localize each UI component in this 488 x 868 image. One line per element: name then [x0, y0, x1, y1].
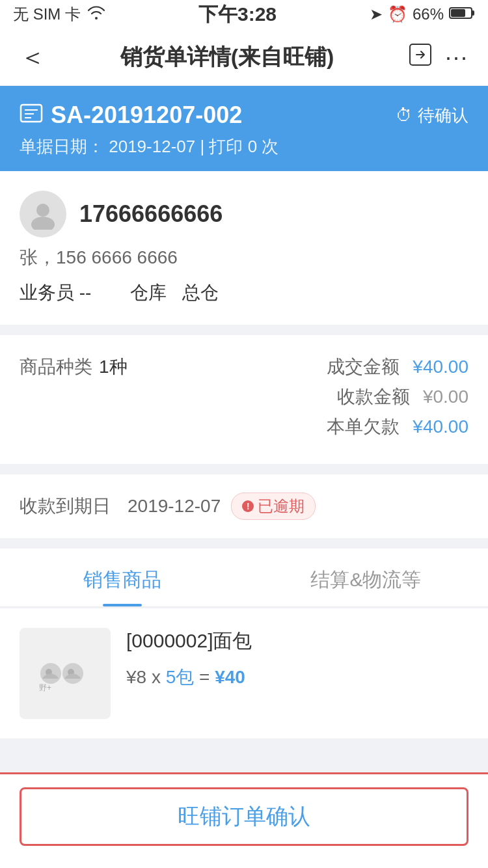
svg-point-9 — [31, 217, 55, 230]
order-header: SA-20191207-002 ⏱ 待确认 单据日期： 2019-12-07 |… — [0, 86, 488, 171]
confirm-button[interactable]: 旺铺订单确认 — [20, 787, 468, 846]
avatar — [20, 191, 66, 237]
product-name: [0000002]面包 — [126, 628, 468, 655]
product-types: 商品种类 1种 — [20, 355, 128, 379]
amounts: 成交金额 ¥40.00 收款金额 ¥0.00 本单欠款 ¥40.00 — [327, 355, 468, 444]
nav-left: ＜ — [20, 39, 46, 75]
svg-rect-2 — [451, 9, 465, 17]
carrier-text: 无 SIM 卡 — [13, 4, 81, 25]
alarm-icon: ⏰ — [388, 5, 407, 23]
battery-icon — [449, 5, 475, 23]
order-date-info: 单据日期： 2019-12-07 | 打印 0 次 — [20, 135, 468, 158]
product-price: ¥8 x 5包 = ¥40 — [126, 665, 468, 690]
svg-text:野+: 野+ — [39, 683, 51, 692]
confirm-button-wrap: 旺铺订单确认 — [0, 772, 488, 868]
status-left: 无 SIM 卡 — [13, 4, 105, 25]
due-date-value: 2019-12-07 — [128, 496, 221, 517]
nav-right: ··· — [409, 43, 468, 72]
due-date-section: 收款到期日 2019-12-07 ! 已逾期 — [0, 474, 488, 538]
nav-bar: ＜ 销货单详情(来自旺铺) ··· — [0, 29, 488, 86]
tabs-section: 销售商品 结算&物流等 — [0, 549, 488, 607]
warehouse-info: 仓库 总仓 — [130, 280, 218, 305]
battery-text: 66% — [413, 5, 444, 23]
location-icon: ➤ — [370, 5, 383, 23]
order-id: SA-20191207-002 — [20, 102, 242, 129]
order-status: ⏱ 待确认 — [396, 104, 468, 127]
status-bar: 无 SIM 卡 下午3:28 ➤ ⏰ 66% — [0, 0, 488, 29]
overdue-badge: ! 已逾期 — [231, 493, 316, 520]
product-item: 野+ [0000002]面包 ¥8 x 5包 = ¥40 — [0, 608, 488, 739]
tab-settlement-logistics[interactable]: 结算&物流等 — [244, 549, 488, 606]
customer-name: 张，156 6666 6666 — [20, 245, 468, 270]
page-title: 销货单详情(来自旺铺) — [120, 42, 334, 72]
customer-phone: 17666666666 — [79, 200, 223, 228]
status-right: ➤ ⏰ 66% — [370, 5, 475, 23]
svg-rect-1 — [472, 10, 474, 16]
tab-sales-products[interactable]: 销售商品 — [0, 549, 244, 606]
share-icon[interactable] — [409, 43, 432, 72]
more-icon[interactable]: ··· — [445, 44, 468, 71]
product-image: 野+ — [20, 628, 111, 719]
status-time: 下午3:28 — [198, 1, 277, 28]
svg-point-8 — [36, 204, 49, 217]
summary-section: 商品种类 1种 成交金额 ¥40.00 收款金额 ¥0.00 本单欠款 ¥40.… — [0, 335, 488, 464]
back-button[interactable]: ＜ — [20, 39, 46, 75]
order-icon — [20, 102, 43, 129]
wifi-icon — [87, 5, 105, 23]
product-info: [0000002]面包 ¥8 x 5包 = ¥40 — [126, 628, 468, 719]
customer-meta: 业务员 -- 仓库 总仓 — [20, 280, 468, 305]
clock-icon: ⏱ — [396, 105, 413, 126]
salesman-info: 业务员 -- — [20, 280, 91, 305]
customer-section: 17666666666 张，156 6666 6666 业务员 -- 仓库 总仓 — [0, 171, 488, 325]
due-date-label: 收款到期日 — [20, 494, 111, 519]
overdue-dot-icon: ! — [242, 500, 254, 512]
